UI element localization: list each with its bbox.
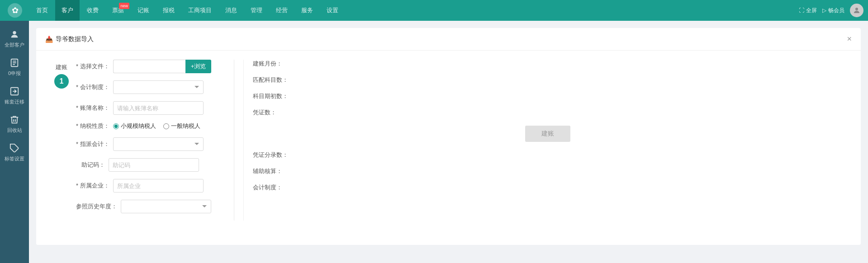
nav-item-operations[interactable]: 经营 [270,0,294,21]
sidebar: 全部客户 0申报 账套迁移 回收站 标签设置 [0,21,29,263]
form-row-accounting-system: * 会计制度： [76,80,211,94]
reference-year-label: 参照历史年度： [76,202,121,211]
nav-item-services[interactable]: 服务 [295,0,319,21]
file-input[interactable] [113,60,185,73]
form-row-tax-type: * 纳税性质： 小规模纳税人 一般纳税人 [76,122,211,130]
accounting-system-label: * 会计制度： [76,83,113,91]
step-indicator: 建账 1 [54,60,69,89]
panel-title: 📥 导爷数据导入 [45,35,94,43]
account-migration-icon [9,86,20,97]
radio-general-taxpayer[interactable]: 一般纳税人 [163,122,200,130]
zero-declaration-icon [9,57,20,68]
nav-item-settings[interactable]: 设置 [320,0,345,21]
ledger-name-input[interactable] [113,101,204,115]
nav-items: 首页 客户 收费 票据 new 记账 报税 工商项目 消息 管理 经营 服务 设… [30,0,799,21]
fullscreen-icon: ⛶ [799,7,804,14]
match-subjects-label: 匹配科目数： [253,76,294,84]
tax-type-label: * 纳税性质： [76,122,113,130]
affiliated-company-label: * 所属企业： [76,182,113,190]
file-input-group: +浏览 [113,60,212,73]
right-row-auxiliary-accounting: 辅助核算： [253,167,843,175]
nav-item-messages[interactable]: 消息 [219,0,243,21]
sidebar-item-account-migration[interactable]: 账套迁移 [0,81,29,110]
right-row-voucher-entries: 凭证分录数： [253,151,843,159]
nav-item-fees[interactable]: 收费 [81,0,105,21]
sidebar-item-label-settings[interactable]: 标签设置 [0,138,29,167]
form-row-assign-accountant: * 指派会计： [76,137,211,151]
step-form: * 选择文件： +浏览 * 会计制度： [76,60,211,221]
nav-right: ⛶ 全屏 ▷ 畅会员 [799,4,863,17]
nav-item-invoices[interactable]: 票据 new [106,0,130,21]
right-row-match-subjects: 匹配科目数： [253,76,843,84]
form-row-file: * 选择文件： +浏览 [76,60,211,73]
right-row-accounting-system: 会计制度： [253,183,843,192]
nav-item-management[interactable]: 管理 [244,0,269,21]
content-area: 📥 导爷数据导入 × 建账 1 * 选择文件： [29,21,868,263]
assign-accountant-select[interactable] [113,137,204,151]
right-row-build-month: 建账月份： [253,60,843,68]
logo-icon: ✿ [8,3,22,18]
radio-small-taxpayer[interactable]: 小规模纳税人 [113,122,156,130]
reference-year-select[interactable] [121,200,211,213]
panel: 📥 导爷数据导入 × 建账 1 * 选择文件： [36,28,861,245]
form-row-reference-year: 参照历史年度： [76,200,211,213]
main-layout: 全部客户 0申报 账套迁移 回收站 标签设置 [0,21,868,263]
right-row-initial-balance: 科目期初数： [253,92,843,100]
nav-item-home[interactable]: 首页 [30,0,54,21]
svg-point-0 [855,8,858,10]
fullscreen-button[interactable]: ⛶ 全屏 [799,7,817,14]
form-row-memo: 助记码： [76,158,211,172]
sidebar-item-recycle-bin[interactable]: 回收站 [0,110,29,138]
panel-title-icon: 📥 [45,36,53,43]
member-button[interactable]: ▷ 畅会员 [822,7,844,14]
radio-group-tax: 小规模纳税人 一般纳税人 [113,122,200,130]
build-month-label: 建账月份： [253,60,294,68]
ledger-name-label: * 账簿名称： [76,104,113,112]
step-label: 建账 [56,63,67,71]
file-label: * 选择文件： [76,62,113,70]
sidebar-item-zero-declaration[interactable]: 0申报 [0,53,29,81]
close-button[interactable]: × [847,34,852,44]
divider [234,60,234,221]
panel-header: 📥 导爷数据导入 × [36,28,861,51]
logo[interactable]: ✿ [5,0,25,21]
voucher-count-label: 凭证数： [253,108,294,117]
label-settings-icon [9,143,20,154]
nav-item-bookkeeping[interactable]: 记账 [131,0,156,21]
form-row-ledger-name: * 账簿名称： [76,101,211,115]
right-section: 建账月份： 匹配科目数： 科目期初数： 凭证数： [243,60,843,221]
right-row-voucher-count: 凭证数： [253,108,843,117]
panel-body: 建账 1 * 选择文件： +浏览 [36,51,861,234]
memo-label: 助记码： [76,161,109,169]
assign-accountant-label: * 指派会计： [76,140,113,148]
play-icon: ▷ [822,7,826,14]
recycle-bin-icon [9,114,20,125]
voucher-entries-label: 凭证分录数： [253,151,294,159]
sidebar-item-all-customers[interactable]: 全部客户 [0,24,29,53]
build-account-button[interactable]: 建账 [525,126,570,142]
form-row-affiliated-company: * 所属企业： [76,179,211,193]
nav-item-customers[interactable]: 客户 [55,0,80,21]
memo-input[interactable] [109,158,199,172]
browse-button[interactable]: +浏览 [185,60,212,73]
nav-item-tax[interactable]: 报税 [157,0,181,21]
top-nav: ✿ 首页 客户 收费 票据 new 记账 报税 工商项目 消息 管理 经营 服务… [0,0,868,21]
svg-point-1 [13,31,16,34]
accounting-system-select[interactable] [113,80,204,94]
avatar[interactable] [850,4,863,17]
initial-balance-label: 科目期初数： [253,92,294,100]
new-badge: new [119,3,129,9]
affiliated-company-input[interactable] [113,179,204,193]
step-circle: 1 [54,74,69,89]
nav-item-business[interactable]: 工商项目 [182,0,218,21]
step-section: 建账 1 * 选择文件： +浏览 [54,60,211,221]
all-customers-icon [9,29,20,40]
right-accounting-system-label: 会计制度： [253,183,294,192]
auxiliary-accounting-label: 辅助核算： [253,167,294,175]
